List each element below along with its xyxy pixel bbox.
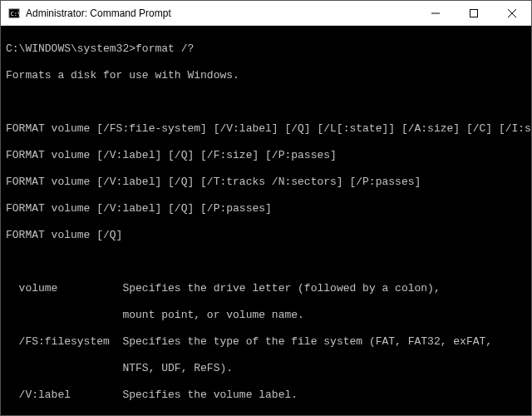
window-title: Administrator: Command Prompt [26,7,416,19]
terminal-line: /FS:filesystem Specifies the type of the… [6,335,526,349]
command-text: format /? [135,42,194,55]
terminal-line: FORMAT volume [/V:label] [/Q] [/T:tracks… [6,176,526,189]
opt-val: mount point, or volume name. [122,309,303,321]
cmd-icon: C:\ [7,7,21,20]
opt-key: volume [6,282,57,295]
terminal-line [6,96,526,109]
titlebar[interactable]: C:\ Administrator: Command Prompt [1,1,531,26]
terminal-line: FORMAT volume [/V:label] [/Q] [/F:size] … [6,149,526,162]
command-prompt-window: C:\ Administrator: Command Prompt C:\WIN… [0,0,532,416]
terminal-line: NTFS, UDF, ReFS). [6,362,526,375]
opt-key: /FS:filesystem [6,335,110,348]
opt-val: NTFS, UDF, ReFS). [122,362,233,374]
opt-val: Specifies the type of the file system (F… [122,335,492,348]
opt-val: Specifies the volume label. [122,389,298,401]
terminal-output[interactable]: C:\WINDOWS\system32>format /? Formats a … [1,26,531,415]
terminal-line: /V:label Specifies the volume label. [6,389,526,402]
terminal-line: FORMAT volume [/FS:file-system] [/V:labe… [6,122,526,136]
terminal-line: FORMAT volume [/Q] [6,229,526,242]
terminal-line [6,255,526,269]
maximize-button[interactable] [455,1,493,26]
close-button[interactable] [493,1,531,26]
prompt: C:\WINDOWS\system32> [6,42,135,55]
opt-val: Specifies the drive letter (followed by … [122,282,440,295]
terminal-line: Formats a disk for use with Windows. [6,69,526,82]
opt-key: /V:label [6,389,71,401]
svg-rect-3 [470,9,478,17]
terminal-line: FORMAT volume [/V:label] [/Q] [/P:passes… [6,202,526,215]
terminal-line: volume Specifies the drive letter (follo… [6,282,526,295]
terminal-line: C:\WINDOWS\system32>format /? [6,42,526,56]
svg-text:C:\: C:\ [11,10,20,17]
window-controls [416,1,531,26]
minimize-button[interactable] [416,1,455,26]
terminal-line: mount point, or volume name. [6,309,526,322]
